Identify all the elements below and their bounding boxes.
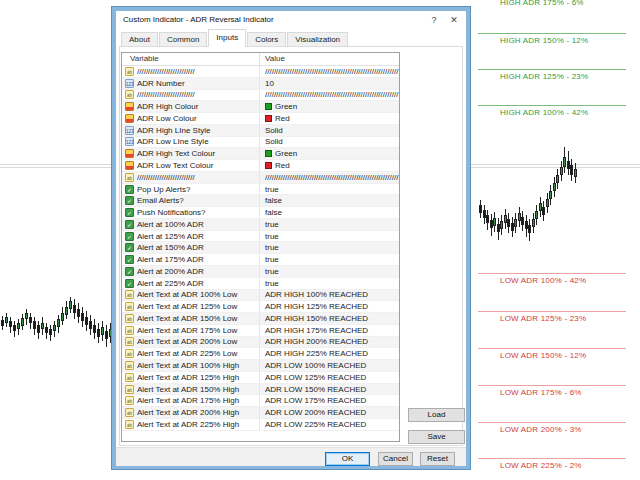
param-value-cell[interactable]: ////////////////////////////////////////… [260, 172, 399, 183]
tab-colors[interactable]: Colors [247, 32, 286, 47]
tab-common[interactable]: Common [159, 32, 207, 47]
adr-low-level-line[interactable] [478, 458, 626, 459]
param-value-cell[interactable]: true [260, 184, 399, 195]
param-row[interactable]: ✓Alert at 200% ADRtrue [122, 266, 399, 278]
param-row[interactable]: 123ADR Number10 [122, 78, 399, 90]
tab-visualization[interactable]: Visualization [287, 32, 348, 47]
param-value-cell[interactable]: ADR LOW 200% REACHED [260, 407, 399, 418]
param-value-cell[interactable]: true [260, 266, 399, 277]
param-row[interactable]: ✓Pop Up Alerts?true [122, 184, 399, 196]
adr-low-level-line[interactable] [478, 422, 626, 423]
param-value-cell[interactable]: ADR HIGH 225% REACHED [260, 348, 399, 359]
tab-inputs[interactable]: Inputs [208, 29, 246, 47]
param-row[interactable]: abAlert Text at ADR 125% LowADR HIGH 125… [122, 301, 399, 313]
param-variable-cell: abAlert Text at ADR 225% Low [122, 348, 260, 359]
tabstrip: AboutCommonInputsColorsVisualization [121, 32, 349, 47]
param-value-cell[interactable]: true [260, 254, 399, 265]
adr-high-level-line[interactable] [478, 105, 626, 106]
param-value-cell[interactable]: ADR LOW 175% REACHED [260, 395, 399, 406]
param-value-cell[interactable]: ADR LOW 100% REACHED [260, 360, 399, 371]
load-button[interactable]: Load [408, 408, 465, 422]
param-value-cell[interactable]: ////////////////////////////////////////… [260, 90, 399, 101]
param-row[interactable]: ✓Alert at 150% ADRtrue [122, 242, 399, 254]
param-variable: Alert Text at ADR 125% Low [137, 302, 259, 311]
adr-high-level-line[interactable] [478, 33, 626, 34]
param-value-cell[interactable]: ADR HIGH 200% REACHED [260, 337, 399, 348]
param-row[interactable]: abAlert Text at ADR 175% HighADR LOW 175… [122, 395, 399, 407]
param-value-cell[interactable]: Green [260, 101, 399, 112]
cancel-button[interactable]: Cancel [378, 452, 413, 466]
param-variable-cell: abAlert Text at ADR 125% High [122, 372, 260, 383]
help-icon[interactable]: ? [426, 13, 442, 27]
save-button[interactable]: Save [408, 430, 465, 444]
param-row[interactable]: ✓Alert at 125% ADRtrue [122, 231, 399, 243]
candle-body [89, 321, 92, 329]
param-row[interactable]: abAlert Text at ADR 125% HighADR LOW 125… [122, 372, 399, 384]
param-row[interactable]: abAlert Text at ADR 100% LowADR HIGH 100… [122, 290, 399, 302]
adr-low-level-line[interactable] [478, 348, 626, 349]
param-row[interactable]: 123ADR High LIne StyleSolid [122, 125, 399, 137]
param-value-cell[interactable]: Solid [260, 125, 399, 136]
param-row[interactable]: ✓Alert at 100% ADRtrue [122, 219, 399, 231]
param-row[interactable]: ab//////////////////////////////////////… [122, 90, 399, 102]
param-row[interactable]: ab//////////////////////////////////////… [122, 66, 399, 78]
param-value-cell[interactable]: false [260, 195, 399, 206]
param-row[interactable]: ✓Email Alerts?false [122, 195, 399, 207]
param-variable: Push Notifications? [137, 208, 259, 217]
param-row[interactable]: abAlert Text at ADR 100% HighADR LOW 100… [122, 360, 399, 372]
bool-param-icon: ✓ [125, 220, 134, 229]
param-value-cell[interactable]: Solid [260, 137, 399, 148]
param-row[interactable]: abAlert Text at ADR 200% LowADR HIGH 200… [122, 337, 399, 349]
param-value-cell[interactable]: 10 [260, 78, 399, 89]
param-row[interactable]: abAlert Text at ADR 225% LowADR HIGH 225… [122, 348, 399, 360]
param-row[interactable]: abAlert Text at ADR 200% HighADR LOW 200… [122, 407, 399, 419]
adr-low-level-line[interactable] [478, 273, 626, 274]
ok-button[interactable]: OK [325, 452, 370, 466]
param-value: ADR LOW 125% REACHED [265, 373, 399, 382]
param-value-cell[interactable]: true [260, 231, 399, 242]
param-row[interactable]: ab//////////////////////////////////////… [122, 172, 399, 184]
param-value-cell[interactable]: ADR HIGH 100% REACHED [260, 290, 399, 301]
param-value-cell[interactable]: ADR HIGH 175% REACHED [260, 325, 399, 336]
param-row[interactable]: ✓Alert at 225% ADRtrue [122, 278, 399, 290]
param-value-cell[interactable]: true [260, 242, 399, 253]
param-row[interactable]: abAlert Text at ADR 225% HighADR LOW 225… [122, 419, 399, 431]
tab-about[interactable]: About [121, 32, 158, 47]
close-icon[interactable]: ✕ [446, 13, 462, 27]
param-variable-cell: ✓Alert at 175% ADR [122, 254, 260, 265]
param-row[interactable]: ✓Alert at 175% ADRtrue [122, 254, 399, 266]
adr-high-level-label: HIGH ADR 125% - 23% [500, 72, 588, 81]
param-value-cell[interactable]: ADR LOW 125% REACHED [260, 372, 399, 383]
param-value-cell[interactable]: ADR LOW 150% REACHED [260, 384, 399, 395]
adr-high-level-line[interactable] [478, 69, 626, 70]
param-row[interactable]: abAlert Text at ADR 175% LowADR HIGH 175… [122, 325, 399, 337]
param-value-cell[interactable]: ADR LOW 225% REACHED [260, 419, 399, 430]
param-row[interactable]: ADR High ColourGreen [122, 101, 399, 113]
color-param-icon [125, 161, 134, 170]
param-value-cell[interactable]: true [260, 278, 399, 289]
param-row[interactable]: abAlert Text at ADR 150% LowADR HIGH 150… [122, 313, 399, 325]
param-row[interactable]: ADR Low Text ColourRed [122, 160, 399, 172]
screen: HIGH ADR 175% - 6%HIGH ADR 150% - 12%HIG… [0, 0, 640, 480]
candle-body [73, 305, 76, 313]
param-row[interactable]: ADR Low ColourRed [122, 113, 399, 125]
param-value-cell[interactable]: Red [260, 113, 399, 124]
param-value-cell[interactable]: ////////////////////////////////////////… [260, 66, 399, 77]
candle-body [29, 317, 32, 323]
param-value-cell[interactable]: Green [260, 148, 399, 159]
adr-low-level-label: LOW ADR 100% - 42% [500, 276, 586, 285]
param-row[interactable]: ADR High Text ColourGreen [122, 148, 399, 160]
param-value-cell[interactable]: false [260, 207, 399, 218]
adr-low-level-line[interactable] [478, 385, 626, 386]
adr-low-level-line[interactable] [478, 311, 626, 312]
param-value-cell[interactable]: ADR HIGH 150% REACHED [260, 313, 399, 324]
reset-button[interactable]: Reset [420, 452, 455, 466]
param-row[interactable]: ✓Push Notifications?false [122, 207, 399, 219]
param-value-cell[interactable]: Red [260, 160, 399, 171]
candle-body [553, 183, 556, 191]
param-value-cell[interactable]: ADR HIGH 125% REACHED [260, 301, 399, 312]
dialog-titlebar[interactable]: Custom Indicator - ADR Reversal Indicato… [116, 11, 466, 32]
param-row[interactable]: 123ADR Low LIne StyleSolid [122, 137, 399, 149]
param-row[interactable]: abAlert Text at ADR 150% HighADR LOW 150… [122, 384, 399, 396]
param-value-cell[interactable]: true [260, 219, 399, 230]
